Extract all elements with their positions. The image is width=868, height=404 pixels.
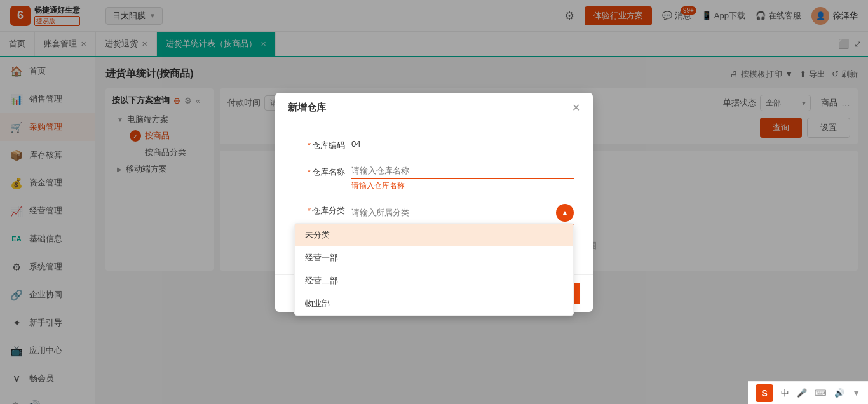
code-input-wrapper xyxy=(351,136,574,152)
form-row-name: 仓库名称 请输入仓库名称 xyxy=(294,163,574,191)
name-error-text: 请输入仓库名称 xyxy=(351,180,574,191)
form-row-category: 仓库分类 ▲ 未分类 经营一部 经营二部 物业部 xyxy=(294,201,574,225)
bottom-bar: S 中 🎤 ⌨ 🔊 ▼ xyxy=(748,381,868,404)
name-label: 仓库名称 xyxy=(294,163,345,178)
modal-body: 仓库编码 仓库名称 请输入仓库名称 仓库分类 ▲ xyxy=(275,123,593,274)
category-input[interactable] xyxy=(351,208,556,217)
s-logo: S xyxy=(756,384,773,402)
dropdown-item-0[interactable]: 未分类 xyxy=(295,224,573,246)
speaker-bottom-icon[interactable]: 🔊 xyxy=(834,388,844,398)
dropdown-item-3[interactable]: 物业部 xyxy=(295,292,573,315)
settings-bottom-right-icon[interactable]: ▼ xyxy=(852,388,860,398)
code-label: 仓库编码 xyxy=(294,136,345,151)
category-dropdown: 未分类 经营一部 经营二部 物业部 xyxy=(294,223,574,316)
keyboard-icon[interactable]: ⌨ xyxy=(815,388,827,398)
mic-icon[interactable]: 🎤 xyxy=(797,388,807,398)
code-input[interactable] xyxy=(351,136,574,152)
dropdown-item-1[interactable]: 经营一部 xyxy=(295,246,573,269)
name-input[interactable] xyxy=(351,163,574,179)
modal-header: 新增仓库 ✕ xyxy=(275,93,593,123)
modal-backdrop[interactable]: 新增仓库 ✕ 仓库编码 仓库名称 请输入仓库名称 仓库分类 xyxy=(0,0,868,404)
category-input-wrapper: ▲ 未分类 经营一部 经营二部 物业部 xyxy=(351,201,574,225)
category-input-row: ▲ xyxy=(351,201,574,225)
name-input-wrapper: 请输入仓库名称 xyxy=(351,163,574,191)
new-warehouse-modal: 新增仓库 ✕ 仓库编码 仓库名称 请输入仓库名称 仓库分类 xyxy=(275,93,593,312)
chinese-char: 中 xyxy=(781,387,789,399)
category-label: 仓库分类 xyxy=(294,201,345,217)
form-row-code: 仓库编码 xyxy=(294,136,574,152)
modal-close-button[interactable]: ✕ xyxy=(572,102,580,114)
dropdown-item-2[interactable]: 经营二部 xyxy=(295,269,573,292)
modal-title: 新增仓库 xyxy=(288,102,326,114)
chevron-up-button[interactable]: ▲ xyxy=(556,204,574,222)
